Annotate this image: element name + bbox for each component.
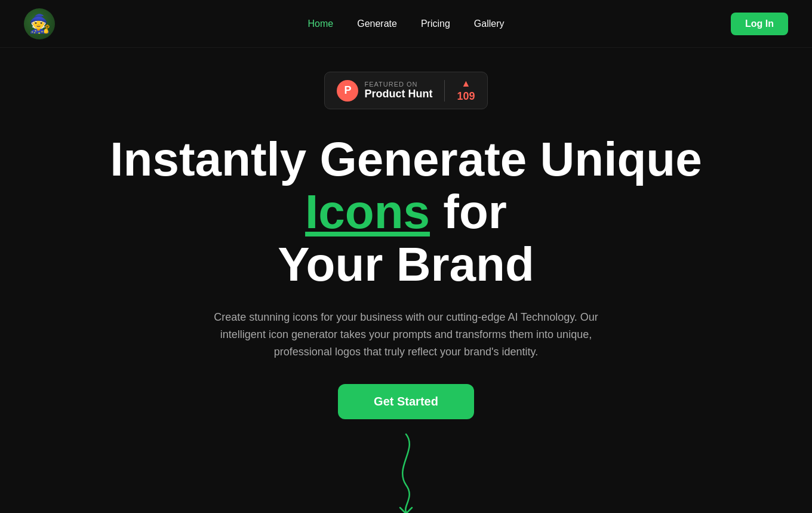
product-hunt-logo: P bbox=[337, 80, 358, 102]
ph-vote-count: 109 bbox=[457, 90, 475, 103]
curly-arrow-container bbox=[388, 431, 424, 513]
ph-product-name: Product Hunt bbox=[364, 88, 432, 100]
hero-title-part1: Instantly Generate Unique bbox=[110, 133, 702, 186]
ph-upvote-icon: ▲ bbox=[462, 78, 471, 89]
nav-links: Home Generate Pricing Gallery bbox=[308, 19, 505, 29]
nav-link-generate[interactable]: Generate bbox=[357, 19, 397, 29]
login-button[interactable]: Log In bbox=[731, 13, 788, 35]
nav-link-pricing[interactable]: Pricing bbox=[421, 19, 450, 29]
hero-title-highlight: Icons bbox=[305, 185, 430, 238]
hero-subtitle: Create stunning icons for your business … bbox=[191, 309, 621, 360]
curly-arrow-icon bbox=[388, 431, 424, 513]
get-started-button[interactable]: Get Started bbox=[338, 384, 474, 419]
navbar: 🧙 Home Generate Pricing Gallery Log In bbox=[0, 0, 812, 48]
ph-count-section: ▲ 109 bbox=[457, 78, 475, 103]
logo[interactable]: 🧙 bbox=[24, 8, 55, 39]
nav-link-gallery[interactable]: Gallery bbox=[474, 19, 505, 29]
hero-title: Instantly Generate Unique Icons forYour … bbox=[48, 133, 764, 291]
nav-item-home[interactable]: Home bbox=[308, 19, 334, 29]
ph-logo-letter: P bbox=[344, 84, 351, 97]
ph-divider bbox=[444, 80, 445, 102]
hero-section: P FEATURED ON Product Hunt ▲ 109 Instant… bbox=[0, 48, 812, 513]
ph-text-block: FEATURED ON Product Hunt bbox=[364, 81, 432, 100]
logo-icon: 🧙 bbox=[24, 8, 55, 39]
nav-item-generate[interactable]: Generate bbox=[357, 19, 397, 29]
ph-featured-label: FEATURED ON bbox=[364, 81, 417, 88]
nav-item-pricing[interactable]: Pricing bbox=[421, 19, 450, 29]
nav-link-home[interactable]: Home bbox=[308, 19, 334, 29]
product-hunt-badge[interactable]: P FEATURED ON Product Hunt ▲ 109 bbox=[324, 72, 487, 109]
nav-item-gallery[interactable]: Gallery bbox=[474, 19, 505, 29]
